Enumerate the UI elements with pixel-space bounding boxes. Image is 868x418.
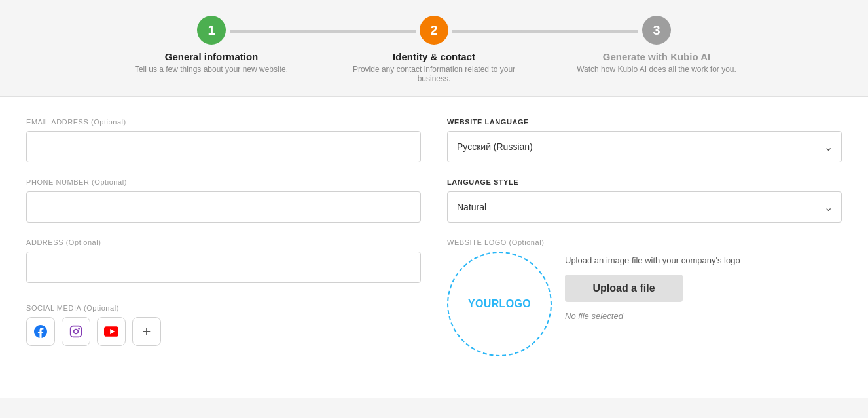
step-2-circle: 2	[420, 16, 448, 45]
instagram-icon	[69, 325, 82, 338]
website-language-group: WEBSITE LANGUAGE Русский (Russian) Engli…	[447, 118, 842, 162]
step-1-desc: Tell us a few things about your new webs…	[135, 65, 288, 74]
social-icons-row: +	[26, 317, 421, 346]
step-1: 1 General information Tell us a few thin…	[100, 16, 323, 74]
svg-point-1	[74, 330, 79, 334]
logo-preview-text: YOURLOGO	[468, 298, 531, 310]
email-field-group: EMAIL ADDRESS (Optional)	[26, 118, 421, 162]
svg-point-2	[78, 328, 80, 330]
logo-upload-area: YOURLOGO Upload an image file with your …	[447, 252, 842, 356]
phone-field-group: PHONE NUMBER (Optional)	[26, 178, 421, 223]
stepper: 1 General information Tell us a few thin…	[0, 0, 868, 97]
upload-file-button[interactable]: Upload a file	[565, 275, 683, 302]
language-style-group: LANGUAGE STYLE Natural Formal Casual ⌄	[447, 178, 842, 223]
language-style-select[interactable]: Natural Formal Casual	[447, 191, 842, 223]
step-1-circle: 1	[197, 16, 226, 45]
form-left: EMAIL ADDRESS (Optional) PHONE NUMBER (O…	[26, 118, 421, 377]
step-1-title: General information	[165, 51, 259, 62]
step-3-title: Generate with Kubio AI	[603, 51, 710, 62]
no-file-text: No file selected	[565, 311, 740, 321]
facebook-button[interactable]	[26, 317, 55, 346]
form-right: WEBSITE LANGUAGE Русский (Russian) Engli…	[447, 118, 842, 377]
website-logo-label: WEBSITE LOGO (Optional)	[447, 238, 842, 246]
social-media-label: SOCIAL MEDIA (Optional)	[26, 304, 421, 312]
website-logo-group: WEBSITE LOGO (Optional) YOURLOGO Upload …	[447, 238, 842, 356]
address-field-group: ADDRESS (Optional)	[26, 238, 421, 283]
email-label: EMAIL ADDRESS (Optional)	[26, 118, 421, 126]
step-3-desc: Watch how Kubio AI does all the work for…	[577, 65, 736, 74]
step-2-title: Identity & contact	[393, 51, 475, 62]
address-input[interactable]	[26, 252, 421, 283]
logo-preview: YOURLOGO	[447, 252, 552, 356]
instagram-button[interactable]	[62, 317, 90, 346]
step-3: 3 Generate with Kubio AI Watch how Kubio…	[545, 16, 768, 74]
address-label: ADDRESS (Optional)	[26, 238, 421, 246]
logo-upload-info: Upload an image file with your company's…	[565, 252, 740, 321]
language-style-select-wrapper: Natural Formal Casual ⌄	[447, 191, 842, 223]
social-media-group: SOCIAL MEDIA (Optional)	[26, 304, 421, 346]
form-area: EMAIL ADDRESS (Optional) PHONE NUMBER (O…	[0, 97, 868, 398]
step-3-circle: 3	[642, 16, 671, 45]
plus-icon: +	[143, 323, 151, 340]
phone-input[interactable]	[26, 191, 421, 223]
youtube-icon	[104, 326, 118, 337]
website-language-select-wrapper: Русский (Russian) English Français Deuts…	[447, 131, 842, 162]
language-style-label: LANGUAGE STYLE	[447, 178, 842, 186]
svg-rect-0	[71, 326, 82, 337]
facebook-icon	[34, 325, 47, 338]
phone-label: PHONE NUMBER (Optional)	[26, 178, 421, 186]
youtube-button[interactable]	[97, 317, 126, 346]
email-input[interactable]	[26, 131, 421, 162]
step-2: 2 Identity & contact Provide any contact…	[323, 16, 545, 83]
add-social-button[interactable]: +	[132, 317, 161, 346]
website-language-label: WEBSITE LANGUAGE	[447, 118, 842, 126]
step-2-desc: Provide any contact information related …	[349, 65, 519, 83]
website-language-select[interactable]: Русский (Russian) English Français Deuts…	[447, 131, 842, 162]
logo-description: Upload an image file with your company's…	[565, 256, 740, 265]
